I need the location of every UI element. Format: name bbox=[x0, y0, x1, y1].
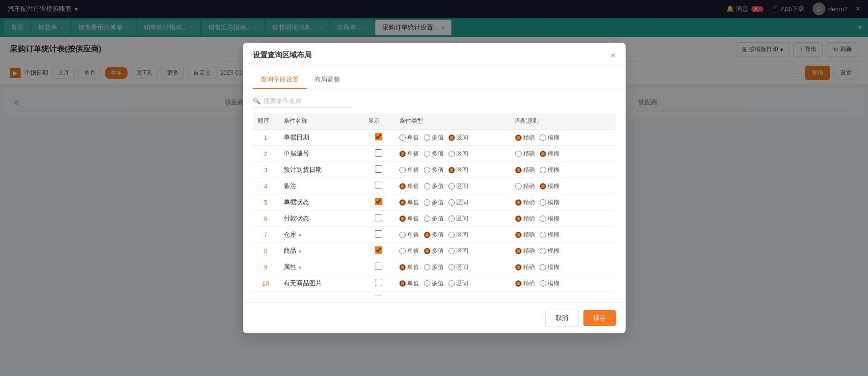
search-icon: 🔍 bbox=[253, 97, 261, 105]
table-header-row: 顺序 条件名称 显示 条件类型 匹配原则 bbox=[253, 113, 616, 121]
search-input[interactable] bbox=[263, 97, 342, 105]
th-order: 顺序 bbox=[253, 113, 279, 121]
modal-header: 设置查询区域布局 × bbox=[243, 43, 626, 66]
tab-layout-adjust[interactable]: 布局调整 bbox=[307, 71, 348, 89]
search-bar: 🔍 bbox=[253, 95, 351, 108]
th-match: 匹配原则 bbox=[510, 113, 616, 121]
modal-tabs: 查询字段设置 布局调整 bbox=[243, 66, 626, 89]
th-name: 条件名称 bbox=[279, 113, 363, 121]
modal: 设置查询区域布局 × 查询字段设置 布局调整 🔍 顺序 bbox=[243, 43, 626, 121]
modal-close-button[interactable]: × bbox=[610, 51, 616, 60]
modal-body: 🔍 顺序 条件名称 显示 条件类型 匹配原则 bbox=[243, 89, 626, 121]
th-type: 条件类型 bbox=[395, 113, 510, 121]
table-head: 顺序 条件名称 显示 条件类型 匹配原则 bbox=[253, 113, 616, 121]
tab-query-fields[interactable]: 查询字段设置 bbox=[253, 71, 307, 89]
modal-overlay: 设置查询区域布局 × 查询字段设置 布局调整 🔍 顺序 bbox=[0, 0, 868, 121]
tab-query-fields-label: 查询字段设置 bbox=[261, 76, 299, 83]
modal-title: 设置查询区域布局 bbox=[253, 51, 312, 60]
tab-layout-adjust-label: 布局调整 bbox=[315, 76, 340, 83]
condition-table: 顺序 条件名称 显示 条件类型 匹配原则 bbox=[253, 113, 616, 121]
th-show: 显示 bbox=[363, 113, 395, 121]
